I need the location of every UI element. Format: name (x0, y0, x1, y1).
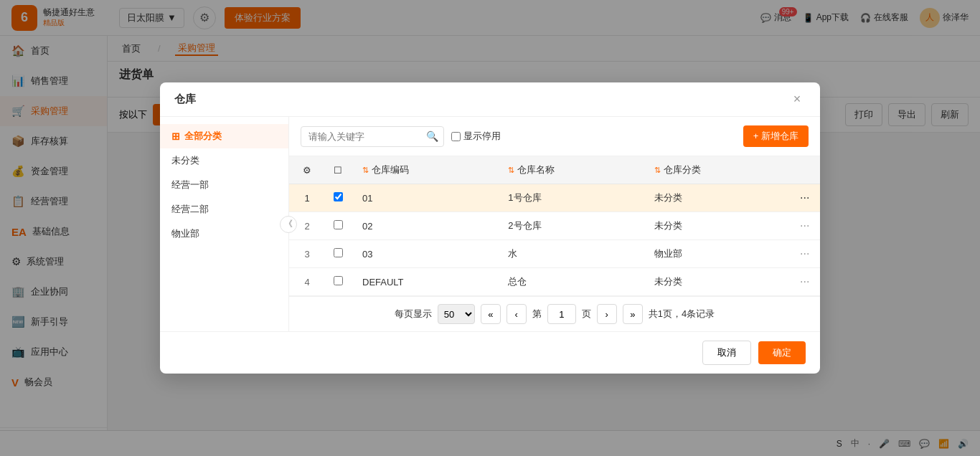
row-category: 物业部 (646, 240, 791, 268)
th-actions (791, 156, 820, 184)
row-category: 未分类 (646, 212, 791, 240)
category-all[interactable]: ⊞ 全部分类 (160, 124, 288, 148)
row-name: 总仓 (499, 268, 645, 296)
modal-toolbar: 🔍 显示停用 + 新增仓库 (289, 117, 820, 156)
row-num: 4 (289, 268, 325, 296)
cancel-button[interactable]: 取消 (702, 341, 751, 365)
page-input[interactable] (547, 304, 576, 324)
right-panel: 🔍 显示停用 + 新增仓库 ⚙ ☐ (289, 117, 820, 331)
table-row[interactable]: 3 03 水 物业部 ··· (289, 240, 820, 268)
total-label: 共1页，4条记录 (649, 308, 715, 320)
row-code: 03 (354, 240, 499, 268)
collapse-icon: 《 (284, 218, 293, 230)
category-label: 全部分类 (184, 130, 222, 143)
table-row[interactable]: 1 01 1号仓库 未分类 ··· (289, 184, 820, 212)
row-checkbox[interactable] (325, 240, 354, 268)
prev-page-button[interactable]: ‹ (507, 304, 527, 324)
next-page-button[interactable]: › (597, 304, 617, 324)
table-row[interactable]: 2 02 2号仓库 未分类 ··· (289, 212, 820, 240)
row-name: 水 (499, 240, 645, 268)
modal-close-button[interactable]: × (788, 91, 806, 108)
sort-icon: ⇅ (362, 166, 369, 174)
page-label: 第 (532, 308, 542, 320)
confirm-button[interactable]: 确定 (758, 341, 806, 364)
row-code: DEFAULT (354, 268, 499, 296)
th-code: ⇅仓库编码 (354, 156, 499, 184)
row-code: 01 (354, 184, 499, 212)
row-checkbox[interactable] (325, 184, 354, 212)
row-code: 02 (354, 212, 499, 240)
category-label: 未分类 (171, 154, 199, 167)
row-checkbox[interactable] (325, 212, 354, 240)
modal-body: 《 ⊞ 全部分类 未分类 经营一部 经营二部 物业部 (160, 117, 820, 331)
add-warehouse-button[interactable]: + 新增仓库 (743, 125, 809, 147)
warehouse-modal: 仓库 × 《 ⊞ 全部分类 未分类 经营一部 (160, 82, 820, 374)
row-num: 3 (289, 240, 325, 268)
row-name: 2号仓库 (499, 212, 645, 240)
category-op2[interactable]: 经营二部 (160, 197, 288, 222)
first-page-button[interactable]: « (481, 304, 501, 324)
modal-title: 仓库 (174, 92, 196, 106)
sort-icon: ⇅ (508, 166, 514, 174)
row-actions[interactable]: ··· (791, 240, 820, 268)
row-checkbox[interactable] (325, 268, 354, 296)
th-checkbox: ☐ (325, 156, 354, 184)
table-header-row: ⚙ ☐ ⇅仓库编码 ⇅仓库名称 ⇅仓库分类 (289, 156, 820, 184)
th-settings: ⚙ (289, 156, 325, 184)
category-label: 物业部 (171, 227, 199, 240)
modal-header: 仓库 × (160, 82, 820, 117)
row-name: 1号仓库 (499, 184, 645, 212)
grid-icon: ⊞ (171, 130, 180, 142)
pagination: 每页显示 50 100 200 « ‹ 第 页 › » 共1页，4条记录 (289, 296, 820, 331)
per-page-select[interactable]: 50 100 200 (438, 304, 475, 324)
show-disabled-wrap: 显示停用 (451, 130, 501, 143)
table-row[interactable]: 4 DEFAULT 总仓 未分类 ··· (289, 268, 820, 296)
modal-overlay: 仓库 × 《 ⊞ 全部分类 未分类 经营一部 (0, 0, 980, 456)
warehouse-table: ⚙ ☐ ⇅仓库编码 ⇅仓库名称 ⇅仓库分类 (289, 156, 820, 296)
collapse-button[interactable]: 《 (280, 216, 297, 233)
category-uncategorized[interactable]: 未分类 (160, 148, 288, 173)
left-panel: 《 ⊞ 全部分类 未分类 经营一部 经营二部 物业部 (160, 117, 289, 331)
category-label: 经营二部 (171, 203, 209, 216)
show-disabled-checkbox[interactable] (451, 132, 461, 141)
search-wrap: 🔍 (301, 126, 444, 147)
category-label: 经营一部 (171, 179, 209, 191)
sort-icon: ⇅ (654, 166, 661, 174)
show-disabled-label: 显示停用 (463, 130, 501, 143)
row-num: 1 (289, 184, 325, 212)
search-input[interactable] (301, 126, 444, 147)
search-icon: 🔍 (426, 130, 438, 142)
page-end-label: 页 (582, 308, 591, 320)
row-category: 未分类 (646, 268, 791, 296)
row-actions[interactable]: ··· (791, 268, 820, 296)
last-page-button[interactable]: » (623, 304, 643, 324)
row-actions[interactable]: ··· (791, 184, 820, 212)
row-category: 未分类 (646, 184, 791, 212)
th-name: ⇅仓库名称 (499, 156, 645, 184)
modal-action-footer: 取消 确定 (160, 331, 820, 374)
category-op1[interactable]: 经营一部 (160, 173, 288, 197)
category-property[interactable]: 物业部 (160, 222, 288, 246)
row-actions[interactable]: ··· (791, 212, 820, 240)
per-page-label: 每页显示 (395, 308, 432, 320)
th-category: ⇅仓库分类 (646, 156, 791, 184)
